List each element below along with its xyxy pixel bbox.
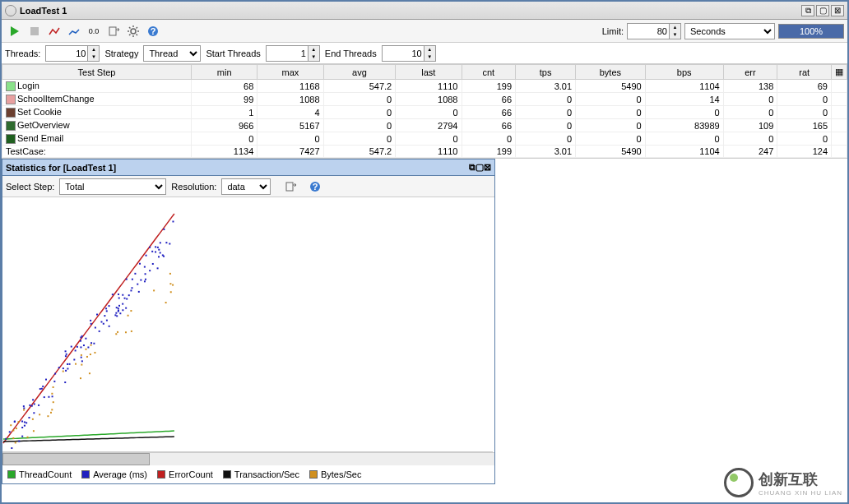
svg-rect-23	[64, 382, 66, 384]
stats-export-icon[interactable]	[282, 178, 299, 195]
svg-rect-65	[131, 288, 132, 289]
strategy-label: Strategy	[104, 49, 138, 58]
svg-rect-26	[126, 279, 128, 280]
svg-rect-45	[157, 268, 159, 270]
col-tps[interactable]: tps	[516, 65, 576, 80]
reset-icon[interactable]: 0.0	[86, 23, 102, 39]
strategy-select[interactable]: Thread	[143, 45, 201, 62]
svg-rect-163	[32, 418, 34, 420]
svg-rect-142	[165, 303, 167, 304]
legend-item: Transaction/Sec	[223, 469, 299, 479]
svg-rect-48	[29, 405, 30, 406]
svg-text:?: ?	[313, 182, 318, 192]
svg-rect-87	[65, 351, 67, 353]
col-bytes[interactable]: bytes	[576, 65, 646, 80]
scrollbar-thumb[interactable]	[2, 453, 150, 465]
table-row[interactable]: SchoolItemChange9910880108866001400	[2, 93, 847, 106]
limit-up[interactable]: ▲	[669, 24, 680, 31]
table-row[interactable]: Login681168547.211101993.015490110413869	[2, 80, 847, 93]
table-row[interactable]: TestCase:11347427547.211101993.015490110…	[2, 146, 847, 158]
svg-rect-116	[104, 316, 105, 317]
svg-rect-73	[122, 294, 123, 296]
svg-rect-91	[63, 368, 64, 370]
limit-spinner[interactable]: ▲▼	[627, 23, 681, 39]
svg-rect-169	[10, 425, 12, 427]
chart1-icon[interactable]	[46, 23, 63, 39]
svg-rect-18	[151, 251, 153, 252]
stats-maximize-button[interactable]: ▢	[476, 162, 484, 173]
svg-rect-138	[89, 373, 90, 375]
svg-rect-158	[33, 431, 35, 432]
chart2-icon[interactable]	[66, 23, 82, 39]
legend-swatch	[223, 470, 231, 479]
svg-rect-67	[53, 381, 55, 382]
stats-help-icon[interactable]: ?	[307, 178, 323, 195]
window-title: LoadTest 1	[20, 6, 800, 16]
svg-rect-99	[95, 327, 96, 329]
limit-unit-select[interactable]: Seconds	[684, 23, 775, 39]
start-threads-label: Start Threads	[206, 49, 260, 58]
svg-rect-147	[16, 428, 17, 430]
run-button[interactable]	[7, 23, 23, 39]
svg-rect-47	[28, 417, 30, 418]
chart-scrollbar[interactable]	[2, 452, 494, 465]
svg-rect-140	[131, 331, 132, 332]
maximize-button[interactable]: ▢	[816, 5, 829, 16]
svg-point-3	[131, 29, 136, 34]
col-min[interactable]: min	[192, 65, 257, 80]
svg-rect-19	[138, 291, 140, 293]
svg-rect-42	[100, 321, 102, 323]
svg-line-9	[137, 34, 138, 35]
limit-input[interactable]	[628, 24, 669, 39]
start-threads-spinner[interactable]: ▲▼	[266, 45, 320, 62]
col-err[interactable]: err	[723, 65, 777, 80]
settings-icon[interactable]	[125, 23, 142, 39]
col-bps[interactable]: bps	[645, 65, 723, 80]
stats-restore-button[interactable]: ⧉	[469, 162, 476, 173]
end-threads-spinner[interactable]: ▲▼	[382, 45, 436, 62]
col-cnt[interactable]: cnt	[462, 65, 516, 80]
stop-button[interactable]	[26, 23, 43, 39]
svg-rect-124	[109, 326, 110, 327]
close-button[interactable]: ⊠	[831, 5, 844, 16]
threads-spinner[interactable]: ▲▼	[45, 45, 100, 62]
legend-item: ThreadCount	[7, 469, 72, 479]
col-max[interactable]: max	[257, 65, 323, 80]
svg-rect-157	[80, 378, 81, 380]
legend-swatch	[7, 470, 16, 479]
stats-close-button[interactable]: ⊠	[484, 162, 491, 173]
restore-button[interactable]: ⧉	[801, 5, 814, 16]
help-icon[interactable]: ?	[145, 23, 161, 39]
col-test-step[interactable]: Test Step	[2, 65, 192, 80]
select-step-select[interactable]: Total	[59, 178, 166, 195]
svg-rect-92	[11, 448, 12, 450]
table-row[interactable]: GetOverview966516702794660083989109165	[2, 119, 847, 132]
row-color-swatch	[6, 81, 16, 91]
limit-down[interactable]: ▼	[669, 31, 680, 39]
col-rat[interactable]: rat	[777, 65, 832, 80]
svg-rect-107	[132, 279, 133, 280]
svg-rect-39	[118, 298, 120, 299]
svg-rect-50	[90, 343, 92, 344]
svg-rect-113	[163, 256, 165, 257]
svg-line-11	[137, 27, 138, 29]
col-last[interactable]: last	[396, 65, 462, 80]
table-row[interactable]: Set Cookie14006600000	[2, 106, 847, 119]
svg-rect-145	[12, 437, 14, 439]
watermark-text: 创新互联	[759, 471, 818, 488]
svg-rect-74	[77, 346, 78, 348]
table-menu-icon[interactable]: ▦	[832, 65, 847, 80]
svg-line-8	[129, 27, 131, 29]
svg-rect-25	[134, 273, 136, 275]
svg-rect-2	[109, 27, 116, 35]
table-row[interactable]: Send Email0000000000	[2, 132, 847, 146]
svg-rect-164	[86, 356, 88, 358]
export-icon[interactable]	[105, 23, 122, 39]
svg-rect-28	[24, 422, 26, 423]
col-avg[interactable]: avg	[323, 65, 396, 80]
svg-rect-61	[24, 425, 26, 427]
svg-rect-52	[122, 303, 123, 305]
select-step-label: Select Step:	[6, 182, 54, 192]
resolution-select[interactable]: data	[221, 178, 271, 195]
svg-rect-58	[71, 346, 72, 348]
